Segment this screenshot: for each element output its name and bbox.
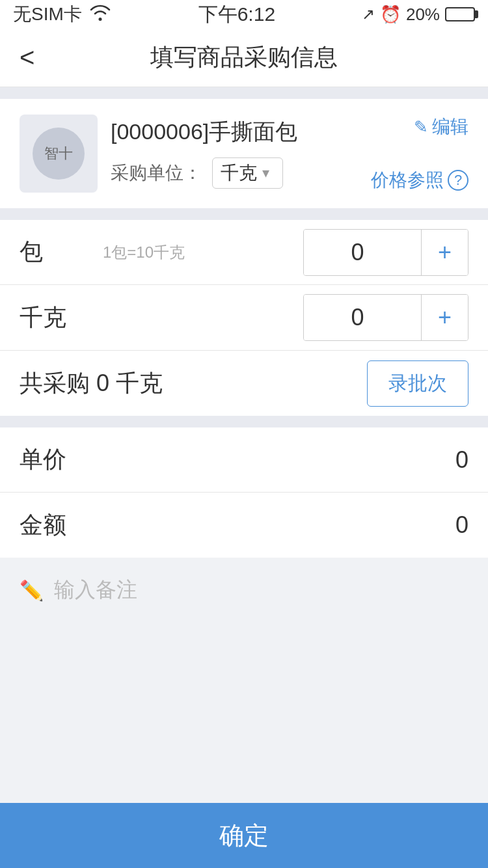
unit-price-value: 0 [455,446,468,474]
product-logo: 智十 [33,128,85,180]
edit-label: 编辑 [432,115,468,139]
amount-row: 金额 0 [0,493,488,558]
confirm-label: 确定 [219,819,269,852]
status-left: 无SIM卡 [13,2,112,27]
quantity-form: 包 1包=10千克 + 千克 + [0,220,488,350]
status-bar: 无SIM卡 下午6:12 ↗ ⏰ 20% [0,0,488,29]
kg-label: 千克 [20,302,98,334]
batch-button[interactable]: 录批次 [367,360,468,407]
mid-divider-1 [0,208,488,220]
bag-quantity-row: 包 1包=10千克 + [0,220,488,285]
edit-icon: ✎ [414,117,428,137]
total-unit: 千克 [116,370,163,396]
status-right: ↗ ⏰ 20% [362,5,475,25]
bag-plus-button[interactable]: + [421,230,468,275]
unit-price-label: 单价 [20,444,66,476]
wifi-icon [88,3,112,26]
carrier-label: 无SIM卡 [13,2,82,27]
kg-quantity-row: 千克 + [0,285,488,350]
help-icon: ? [448,170,468,191]
kg-quantity-input[interactable] [304,295,421,340]
product-thumbnail: 智十 [20,115,98,193]
pricing-section: 单价 0 金额 0 [0,427,488,558]
total-amount: 0 [96,370,109,396]
confirm-bar[interactable]: 确定 [0,803,488,868]
remark-placeholder: 输入备注 [54,576,137,604]
edit-button[interactable]: ✎ 编辑 [414,115,468,139]
amount-value: 0 [455,511,468,539]
chevron-down-icon: ▾ [262,165,269,182]
remark-section[interactable]: ✏️ 输入备注 [0,558,488,623]
bag-quantity-input[interactable] [304,230,421,275]
battery-percent: 20% [406,5,440,25]
price-ref-label: 价格参照 [371,168,444,193]
battery-icon [445,7,475,21]
logo-text: 智十 [44,144,73,163]
status-time: 下午6:12 [198,1,275,28]
kg-quantity-input-wrapper: + [303,294,468,341]
unit-label: 采购单位： [111,161,202,185]
page-title: 填写商品采购信息 [150,42,338,74]
total-row: 共采购 0 千克 录批次 [0,351,488,416]
nav-bar: < 填写商品采购信息 [0,29,488,87]
top-divider [0,87,488,99]
bag-quantity-input-wrapper: + [303,229,468,276]
unit-value: 千克 [221,161,257,185]
mid-divider-3 [0,416,488,427]
back-button[interactable]: < [13,36,41,79]
bag-sub-label: 1包=10千克 [103,242,185,263]
kg-plus-button[interactable]: + [421,295,468,340]
amount-label: 金额 [20,509,66,541]
pencil-icon: ✏️ [20,579,44,602]
location-icon: ↗ [362,5,375,23]
total-label: 共采购 0 千克 [20,368,163,400]
alarm-icon: ⏰ [380,5,401,25]
content-area [0,623,488,824]
bag-label: 包 [20,236,98,268]
unit-select[interactable]: 千克 ▾ [212,157,283,189]
price-ref-button[interactable]: 价格参照 ? [371,168,468,193]
unit-price-row: 单价 0 [0,427,488,493]
product-card: 智十 [0000006]手撕面包 采购单位： 千克 ▾ ✎ 编辑 价格参照 ? [0,99,488,208]
